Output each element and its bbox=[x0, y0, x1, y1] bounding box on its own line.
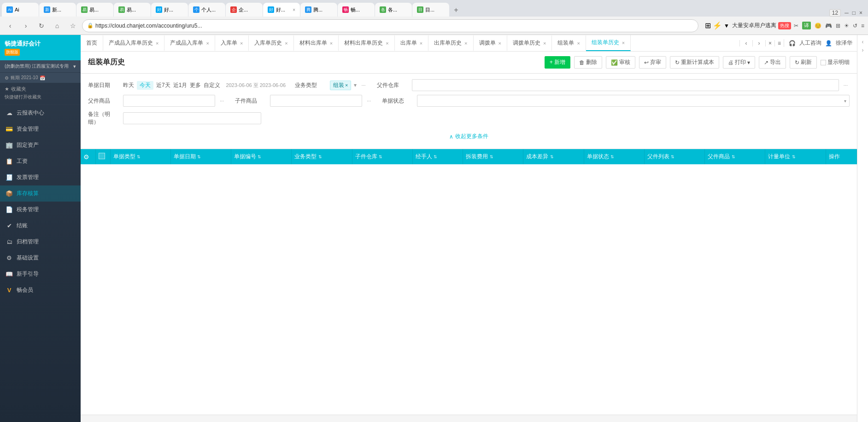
sidebar-item-finance[interactable]: 💳 资金管理 bbox=[0, 121, 81, 137]
page-tab-in[interactable]: 入库单 × bbox=[215, 35, 249, 51]
delete-button[interactable]: 🗑 删除 bbox=[574, 56, 602, 69]
refresh-button[interactable]: ↻ 刷新 bbox=[790, 56, 817, 69]
page-tab-assembly-history[interactable]: 组装单历史 × bbox=[586, 35, 631, 51]
sidebar-item-archive[interactable]: 🗂 归档管理 bbox=[0, 234, 81, 250]
page-tab-transfer[interactable]: 调拨单 × bbox=[474, 35, 507, 51]
browser-tab-4[interactable]: 易 易... bbox=[114, 3, 151, 17]
th-doc-date[interactable]: 单据日期 ⇅ bbox=[170, 149, 231, 164]
abandon-button[interactable]: ↩ 弃审 bbox=[639, 56, 666, 69]
page-tab-in-history[interactable]: 入库单历史 × bbox=[249, 35, 293, 51]
tab-prev-button[interactable]: ‹ bbox=[739, 40, 752, 46]
page-tab-production-in[interactable]: 产成品入库单 × bbox=[164, 35, 215, 51]
th-doc-no[interactable]: 单据编号 ⇅ bbox=[231, 149, 292, 164]
date-today[interactable]: 今天 bbox=[137, 81, 153, 90]
sidebar-item-settings[interactable]: ⚙ 基础设置 bbox=[0, 250, 81, 266]
qr-icon[interactable]: ⊞ bbox=[705, 21, 711, 30]
th-handler[interactable]: 经手人 ⇅ bbox=[412, 149, 463, 164]
undo-icon[interactable]: ↺ bbox=[853, 23, 857, 29]
sidebar-item-tax[interactable]: 📄 税务管理 bbox=[0, 202, 81, 218]
translate-icon[interactable]: 译 bbox=[802, 22, 811, 29]
sidebar-item-salary[interactable]: 📋 工资 bbox=[0, 153, 81, 169]
company-selector[interactable]: (勿删勿禁用) 江西服宝测试专用 ▾ bbox=[0, 60, 81, 73]
tab-close-out[interactable]: × bbox=[420, 40, 422, 46]
page-tab-out-history[interactable]: 出库单历史 × bbox=[428, 35, 473, 51]
search-area[interactable]: 大量安卓用户逃离 热搜 bbox=[732, 22, 791, 29]
browser-tab-8[interactable]: 腾 腾... bbox=[300, 3, 337, 17]
tab-close-assembly-hist[interactable]: × bbox=[622, 40, 625, 46]
lightning-icon[interactable]: ⚡ bbox=[713, 21, 722, 30]
browser-tab-11[interactable]: 目 目... bbox=[412, 3, 449, 17]
sidebar-item-invoice[interactable]: 🧾 发票管理 bbox=[0, 169, 81, 185]
tab-close-icon[interactable]: × bbox=[293, 7, 295, 12]
th-doc-type[interactable]: 单据类型 ⇅ bbox=[110, 149, 170, 164]
maximize-icon[interactable]: □ bbox=[852, 10, 856, 16]
sidebar-item-reports[interactable]: ☁ 云报表中心 bbox=[0, 105, 81, 121]
th-cost-diff[interactable]: 成本差异 ⇅ bbox=[523, 149, 584, 164]
th-parent-goods[interactable]: 父件商品 ⇅ bbox=[705, 149, 765, 164]
close-window-icon[interactable]: × bbox=[859, 10, 862, 16]
tab-close-transfer[interactable]: × bbox=[499, 40, 501, 46]
grid-icon[interactable]: ⊞ bbox=[836, 23, 840, 29]
collapse-filters-button[interactable]: ∧ 收起更多条件 bbox=[88, 130, 850, 143]
tab-close-in[interactable]: × bbox=[240, 40, 243, 46]
th-checkbox[interactable] bbox=[95, 149, 110, 164]
home-button[interactable]: ⌂ bbox=[51, 19, 64, 32]
status-dropdown[interactable]: ▾ bbox=[417, 95, 850, 107]
tab-close-in-hist[interactable]: × bbox=[285, 40, 287, 46]
browser-tab-1[interactable]: Ai Ai bbox=[2, 3, 39, 17]
refresh-button[interactable]: ↻ bbox=[35, 19, 48, 32]
dropdown-icon[interactable]: ▼ bbox=[724, 23, 729, 29]
th-biz-type[interactable]: 业务类型 ⇅ bbox=[292, 149, 352, 164]
tab-close-prod-in-hist[interactable]: × bbox=[156, 40, 158, 46]
scrollbar-area[interactable] bbox=[81, 415, 857, 422]
date-custom[interactable]: 自定义 bbox=[204, 81, 220, 89]
emoji-icon[interactable]: 😊 bbox=[815, 23, 821, 29]
sidebar-item-close[interactable]: ✔ 结账 bbox=[0, 218, 81, 234]
page-tab-production-in-history[interactable]: 产成品入库单历史 × bbox=[103, 35, 164, 51]
sidebar-item-assets[interactable]: 🏢 固定资产 bbox=[0, 137, 81, 153]
game-icon[interactable]: 🎮 bbox=[825, 23, 832, 29]
sidebar-item-member[interactable]: V 畅会员 bbox=[0, 282, 81, 298]
browser-tab-2[interactable]: 新 新... bbox=[39, 3, 76, 17]
date-1month[interactable]: 近1月 bbox=[173, 81, 188, 89]
page-tab-material-out[interactable]: 材料出库单 × bbox=[294, 35, 339, 51]
tab-next-button[interactable]: › bbox=[752, 40, 765, 46]
tab-menu-button[interactable]: ≡ bbox=[774, 40, 784, 46]
th-unit[interactable]: 计量单位 ⇅ bbox=[765, 149, 826, 164]
page-tab-assembly[interactable]: 组装单 × bbox=[552, 35, 586, 51]
parent-warehouse-more-btn[interactable]: ··· bbox=[842, 82, 850, 88]
star-button[interactable]: ☆ bbox=[66, 19, 79, 32]
date-yesterday[interactable]: 昨天 bbox=[123, 81, 134, 89]
display-toggle[interactable]: 显示明细 bbox=[821, 58, 850, 66]
browser-tab-10[interactable]: 各 各... bbox=[375, 3, 412, 17]
tab-close-transfer-hist[interactable]: × bbox=[543, 40, 546, 46]
address-bar[interactable]: 🔒 https://cloud.chanjet.com/accounting/u… bbox=[82, 19, 698, 32]
sun-icon[interactable]: ☀ bbox=[844, 23, 849, 29]
business-type-tag-close[interactable]: × bbox=[345, 82, 348, 88]
date-7days[interactable]: 近7天 bbox=[156, 81, 170, 89]
browser-tab-6[interactable]: 个 个人... bbox=[188, 3, 225, 17]
th-parent-list[interactable]: 父件列表 ⇅ bbox=[644, 149, 704, 164]
th-child-warehouse[interactable]: 子件仓库 ⇅ bbox=[352, 149, 412, 164]
select-all-checkbox[interactable] bbox=[99, 153, 105, 159]
print-button[interactable]: 🖨 打印 ▾ bbox=[723, 56, 755, 69]
child-goods-more-btn[interactable]: ··· bbox=[365, 98, 373, 104]
tab-close-all-button[interactable]: × bbox=[765, 40, 774, 46]
right-panel-expand[interactable]: › bbox=[862, 47, 864, 53]
audit-button[interactable]: ✅ 审核 bbox=[606, 56, 635, 69]
new-button[interactable]: + 新增 bbox=[545, 56, 570, 69]
browser-tab-5[interactable]: 好 好... bbox=[151, 3, 188, 17]
browser-tab-3[interactable]: 易 易... bbox=[76, 3, 113, 17]
tab-close-mat-out-hist[interactable]: × bbox=[386, 40, 388, 46]
page-tab-transfer-history[interactable]: 调拨单历史 × bbox=[507, 35, 552, 51]
business-type-dropdown-icon[interactable]: ▾ bbox=[354, 82, 357, 88]
menu-icon[interactable]: ≡ bbox=[861, 23, 864, 29]
tab-close-prod-in[interactable]: × bbox=[206, 40, 209, 46]
th-disassembly-cost[interactable]: 拆装费用 ⇅ bbox=[463, 149, 523, 164]
consult-label[interactable]: 人工咨询 bbox=[799, 39, 821, 47]
settings-col-icon[interactable]: ⚙ bbox=[83, 153, 89, 161]
browser-tab-9[interactable]: 畅 畅... bbox=[338, 3, 375, 17]
settings-gear-icon[interactable]: ⚙ bbox=[5, 75, 9, 81]
minimize-icon[interactable]: ─ bbox=[845, 10, 849, 16]
th-settings[interactable]: ⚙ bbox=[81, 149, 95, 164]
